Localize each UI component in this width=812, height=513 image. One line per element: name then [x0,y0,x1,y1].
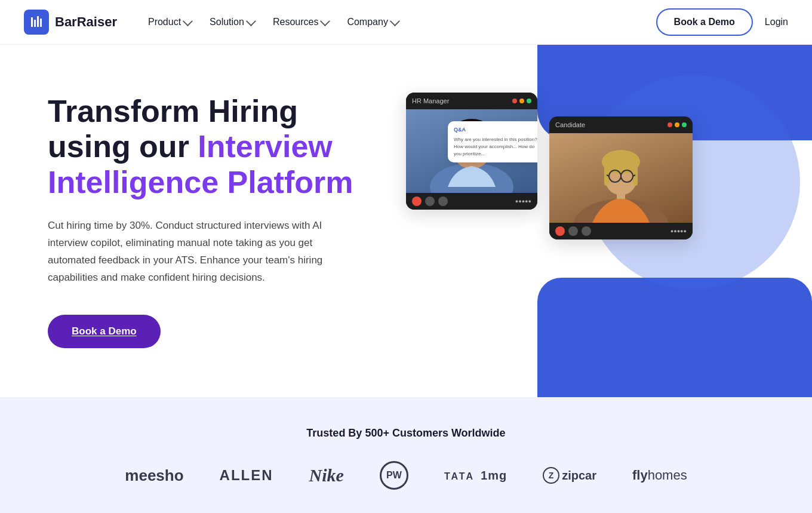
hero-visual: HR Manager [382,45,812,397]
chevron-down-icon [246,16,256,26]
chevron-down-icon [320,16,330,26]
video-card-hr-title: HR Manager [412,97,449,105]
chevron-down-icon [390,16,400,26]
login-button[interactable]: Login [765,17,788,27]
video-timer: ●●●●● [515,198,531,204]
nav-menu: Product Solution Resources Company [141,12,405,32]
logo-tata: TATA 1mg [444,469,507,483]
svg-rect-1 [34,20,36,27]
ctrl-end2 [555,226,565,236]
video-card-hr-body: Q&A Why are you interested in this posit… [406,109,537,193]
logo-meesho: meesho [125,466,183,485]
logo-text: BarRaiser [55,14,117,30]
hero-title-line2-normal: using our [48,129,198,164]
ctrl-cam2 [582,226,591,236]
nav-item-company[interactable]: Company [340,12,404,32]
nav-item-resources[interactable]: Resources [266,12,335,32]
video-controls-candidate [555,226,591,236]
video-card-hr-dots [512,99,531,103]
ctrl-mic2 [568,226,578,236]
logos-row: meesho ALLEN Nike PW TATA 1mg Z zipcar f… [24,461,788,490]
blue-bg-bottom [537,278,812,397]
hero-title-line1: Transform Hiring [48,94,298,128]
nav-item-product[interactable]: Product [141,12,198,32]
barraiser-icon [29,15,44,29]
hero-title-platform: Intelligence Platform [48,165,353,199]
video-card-hr-header: HR Manager [406,93,537,109]
video-card-candidate-body [549,133,693,223]
chat-bubble: Q&A Why are you interested in this posit… [448,121,537,162]
zipcar-z-icon: Z [543,467,559,484]
video-card-hr: HR Manager [406,93,537,210]
book-demo-nav-button[interactable]: Book a Demo [656,8,753,36]
dot-red2 [668,122,672,127]
video-card-candidate-footer: ●●●●● [549,223,693,239]
interview-cards: HR Manager [406,93,693,239]
video-controls-hr [412,196,448,206]
dot-yellow [519,99,524,103]
dot-red [512,99,517,103]
video-card-candidate-title: Candidate [555,121,585,128]
dot-green [527,99,531,103]
dot-yellow2 [675,122,679,127]
svg-rect-14 [604,162,609,186]
svg-rect-15 [633,162,638,186]
book-demo-hero-button[interactable]: Book a Demo [48,315,161,348]
hero-description: Cut hiring time by 30%. Conduct structur… [48,217,358,287]
svg-rect-0 [31,17,33,27]
svg-rect-3 [40,19,42,27]
ctrl-end [412,196,422,206]
ctrl-cam [438,196,448,206]
video-card-hr-footer: ●●●●● [406,193,537,210]
dot-green2 [682,122,687,127]
person2-svg [549,133,693,223]
trusted-title: Trusted By 500+ Customers Worldwide [24,427,788,440]
ctrl-mic [425,196,435,206]
nav-item-solution[interactable]: Solution [202,12,261,32]
navbar: BarRaiser Product Solution Resources Com… [0,0,812,45]
hero-section: Transform Hiring using our Interview Int… [0,45,812,397]
hero-title-interview: Interview [198,129,332,164]
video-timer2: ●●●●● [670,228,687,234]
logo-zipcar: Z zipcar [543,467,596,484]
logo-icon [24,10,49,35]
chevron-down-icon [183,16,193,26]
nav-left: BarRaiser Product Solution Resources Com… [24,10,405,35]
logo-pw: PW [380,461,408,490]
video-card-candidate: Candidate [549,116,693,239]
logo-flyhomes: flyhomes [632,468,687,483]
nav-right: Book a Demo Login [656,8,788,36]
hero-title: Transform Hiring using our Interview Int… [48,94,358,201]
trusted-section: Trusted By 500+ Customers Worldwide mees… [0,397,812,513]
video-card-candidate-header: Candidate [549,116,693,133]
logo-link[interactable]: BarRaiser [24,10,117,35]
video-card-candidate-dots [668,122,687,127]
logo-nike: Nike [309,465,344,486]
hero-content: Transform Hiring using our Interview Int… [0,58,394,385]
logo-allen: ALLEN [220,467,273,484]
svg-rect-2 [37,16,39,27]
